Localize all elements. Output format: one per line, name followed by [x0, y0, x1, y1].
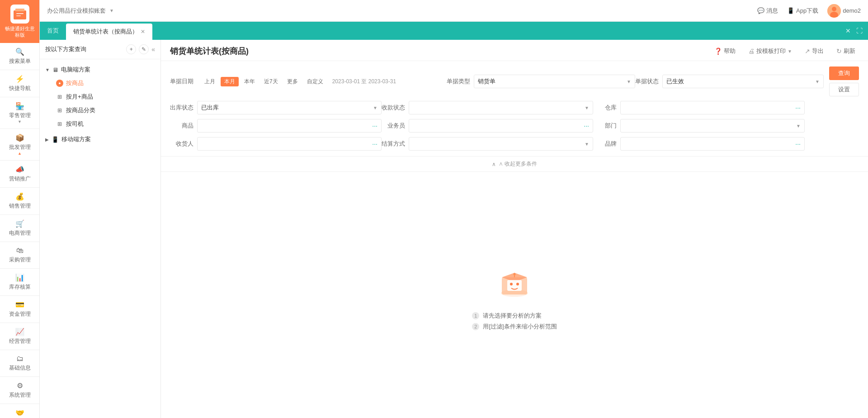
filter-row-4: 收货人 ··· 结算方式 ▼: [170, 137, 859, 151]
tab-maximize-icon[interactable]: ⛶: [854, 25, 864, 36]
warehouse-control: ···: [620, 101, 805, 114]
collapse-panel-btn[interactable]: «: [151, 46, 155, 53]
tip-item-1: 1 请先选择要分析的方案: [472, 312, 557, 320]
sidebar-item-ecommerce[interactable]: 🛒 电商管理: [0, 215, 39, 242]
date-btn-custom[interactable]: 自定义: [303, 77, 327, 86]
sidebar-item-quick-nav[interactable]: ⚡ 快捷导航: [0, 70, 39, 97]
brand-label: 品牌: [593, 140, 617, 148]
product-dots[interactable]: ···: [372, 122, 377, 129]
retail-icon: 🏪: [15, 102, 24, 110]
query-btn-group: 查询 设置: [829, 66, 859, 96]
out-status-select[interactable]: 已出库 ▼: [197, 101, 382, 114]
header-actions: 💬 消息 📱 App下载 demo2: [757, 4, 861, 18]
receiver-select[interactable]: ···: [197, 137, 382, 151]
logo-icon: [10, 5, 29, 24]
status-select[interactable]: 已生效 ▼: [662, 75, 824, 88]
type-select-arrow: ▼: [627, 79, 631, 84]
sidebar-item-system[interactable]: ⚙ 系统管理: [0, 377, 39, 404]
warehouse-select[interactable]: ···: [620, 101, 805, 114]
query-button[interactable]: 查询: [829, 66, 859, 80]
message-icon: 💬: [757, 7, 764, 14]
tree-group-header-desktop[interactable]: ▼ 🖥 电脑端方案: [40, 63, 160, 76]
sidebar-item-retail[interactable]: 🏪 零售管理 ▼: [0, 97, 39, 129]
app-download-btn[interactable]: 📱 App下载: [787, 7, 818, 15]
help-btn[interactable]: ❓ 帮助: [711, 45, 739, 57]
empty-tip: 1 请先选择要分析的方案 2 用[过滤]条件来缩小分析范围: [472, 312, 557, 331]
app-logo[interactable]: 畅捷通好生意 标版: [0, 0, 39, 43]
operation-icon: 📈: [15, 328, 24, 336]
type-select[interactable]: 销货单 ▼: [474, 75, 635, 88]
sidebar-item-operation[interactable]: 📈 经营管理: [0, 323, 39, 350]
search-icon: 🔍: [15, 48, 24, 56]
filter-row-3: 商品 ··· 业务员 ···: [170, 119, 859, 133]
tree-item-by-cashier[interactable]: ⊞ 按司机: [40, 117, 160, 131]
sidebar-item-sales[interactable]: 💰 销售管理: [0, 188, 39, 215]
sidebar-item-finance[interactable]: 💳 资金管理: [0, 296, 39, 323]
dept-control: ▼: [620, 119, 805, 133]
recv-status-select[interactable]: ▼: [409, 101, 593, 114]
tree-item-by-product[interactable]: ● 按商品: [40, 76, 160, 90]
scheme-tree: ▼ 🖥 电脑端方案 ● 按商品 ⊞ 按月+商品 ⊞ 按商品分类: [40, 59, 160, 418]
tab-close-window-icon[interactable]: ✕: [844, 25, 853, 36]
sales-icon: 💰: [15, 192, 24, 201]
settlement-label: 结算方式: [382, 140, 405, 148]
salesperson-dots[interactable]: ···: [584, 122, 589, 129]
edit-scheme-btn[interactable]: ✎: [139, 44, 149, 54]
sidebar-item-enterprise[interactable]: 🤝 企业协同: [0, 404, 39, 418]
left-panel-header: 按以下方案查询 + ✎ «: [40, 40, 160, 59]
date-btn-last-month[interactable]: 上月: [201, 77, 219, 86]
collapse-bar[interactable]: ∧ ∧ 收起更多条件: [161, 157, 868, 172]
sidebar-item-inventory[interactable]: 📊 库存核算: [0, 269, 39, 296]
inventory-icon: 📊: [15, 273, 24, 282]
tree-item-by-month-product[interactable]: ⊞ 按月+商品: [40, 90, 160, 104]
user-profile[interactable]: demo2: [827, 4, 861, 18]
sidebar-item-marketing[interactable]: 📣 营销推广: [0, 161, 39, 188]
date-btn-this-month[interactable]: 本月: [221, 77, 239, 86]
enterprise-icon: 🤝: [15, 408, 24, 417]
tree-item-by-category[interactable]: ⊞ 按商品分类: [40, 104, 160, 117]
salesperson-select[interactable]: ···: [409, 119, 593, 133]
tip-item-2: 2 用[过滤]条件来缩小分析范围: [472, 323, 557, 331]
left-panel: 按以下方案查询 + ✎ « ▼ 🖥 电脑端方案: [40, 40, 161, 418]
date-btn-more[interactable]: 更多: [283, 77, 302, 86]
main-area: 办公用品行业模拟账套 ▼ 💬 消息 📱 App下载 de: [40, 0, 868, 418]
tab-home[interactable]: 首页: [40, 22, 66, 40]
tab-sales-stat[interactable]: 销货单统计表（按商品） ✕: [66, 24, 152, 40]
status-label: 单据状态: [635, 77, 659, 86]
filter-row-1: 单据日期 上月 本月 本年 近7天 更多 自定义 2023-03-01 至 20…: [170, 66, 859, 96]
date-btn-this-year[interactable]: 本年: [241, 77, 259, 86]
receiver-dots[interactable]: ···: [372, 140, 377, 147]
print-btn[interactable]: 🖨 按模板打印 ▼: [745, 45, 796, 57]
sidebar-item-basic[interactable]: 🗂 基础信息: [0, 350, 39, 377]
filter-dept: 部门 ▼: [593, 119, 805, 133]
filter-panel: 单据日期 上月 本月 本年 近7天 更多 自定义 2023-03-01 至 20…: [161, 61, 868, 157]
settlement-control: ▼: [409, 137, 593, 151]
group-icon-desktop: 🖥: [52, 66, 58, 73]
sidebar-item-wholesale[interactable]: 📦 批发管理 ▲: [0, 129, 39, 161]
finance-icon: 💳: [15, 300, 24, 309]
dept-select[interactable]: ▼: [620, 119, 805, 133]
tree-group-header-mobile[interactable]: ▶ 📱 移动端方案: [40, 133, 160, 146]
breadcrumb-arrow[interactable]: ▼: [109, 8, 114, 13]
brand-select[interactable]: ···: [620, 137, 805, 151]
recv-status-control: ▼: [409, 101, 593, 114]
add-scheme-btn[interactable]: +: [126, 44, 136, 54]
settlement-select[interactable]: ▼: [409, 137, 593, 151]
active-dot: ●: [56, 80, 63, 87]
dept-arrow: ▼: [796, 124, 801, 128]
filter-status: 单据状态 已生效 ▼: [635, 75, 824, 88]
messages-btn[interactable]: 💬 消息: [757, 7, 778, 15]
product-select[interactable]: ···: [197, 119, 382, 133]
filter-salesperson: 业务员 ···: [382, 119, 593, 133]
status-control: 已生效 ▼: [662, 75, 824, 88]
date-btn-7days[interactable]: 近7天: [260, 77, 282, 86]
sidebar-item-search[interactable]: 🔍 搜索菜单: [0, 43, 39, 70]
warehouse-dots[interactable]: ···: [795, 104, 801, 111]
tab-bar: 首页 销货单统计表（按商品） ✕ ✕ ⛶: [40, 22, 868, 40]
refresh-btn[interactable]: ↻ 刷新: [833, 45, 859, 57]
sidebar-item-purchase[interactable]: 🛍 采购管理: [0, 242, 39, 269]
brand-dots[interactable]: ···: [795, 140, 801, 147]
export-btn[interactable]: ↗ 导出: [801, 45, 827, 57]
set-button[interactable]: 设置: [829, 83, 859, 96]
tab-close-icon[interactable]: ✕: [141, 29, 145, 34]
